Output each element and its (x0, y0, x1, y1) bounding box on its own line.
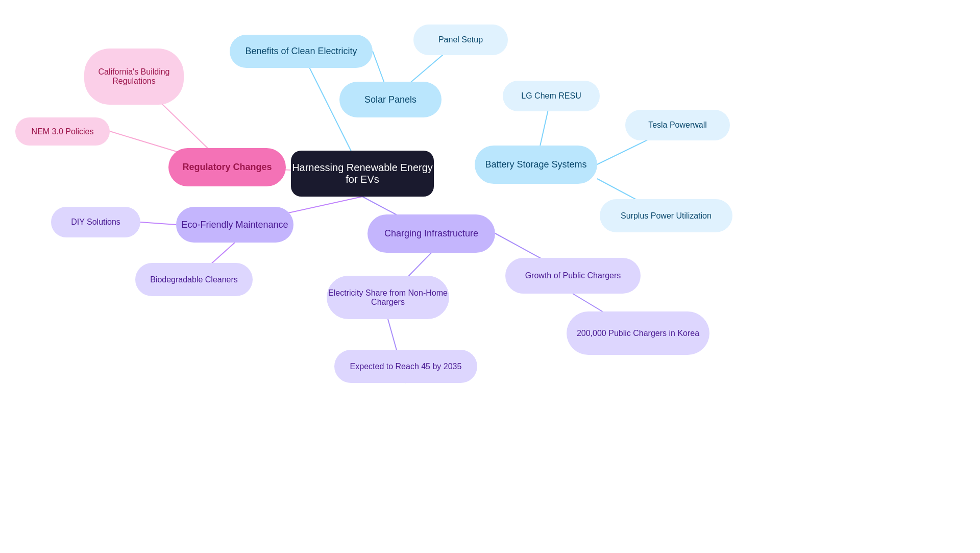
regulatory-changes-node[interactable]: Regulatory Changes (168, 148, 286, 186)
biodegradable-node[interactable]: Biodegradable Cleaners (135, 263, 253, 296)
eco-friendly-node[interactable]: Eco-Friendly Maintenance (176, 207, 293, 243)
expected-reach-node[interactable]: Expected to Reach 45 by 2035 (334, 350, 477, 383)
charging-infrastructure-node[interactable]: Charging Infrastructure (368, 214, 495, 253)
ca-building-node[interactable]: California's Building Regulations (84, 49, 184, 105)
nem-policies-node[interactable]: NEM 3.0 Policies (15, 117, 110, 146)
center-node: Harnessing Renewable Energy for EVs (291, 151, 434, 197)
growth-chargers-node[interactable]: Growth of Public Chargers (505, 258, 641, 294)
solar-panels-node[interactable]: Solar Panels (339, 82, 442, 117)
svg-line-16 (140, 222, 176, 225)
panel-setup-node[interactable]: Panel Setup (413, 25, 508, 55)
lg-chem-node[interactable]: LG Chem RESU (503, 81, 600, 111)
battery-storage-node[interactable]: Battery Storage Systems (475, 146, 597, 184)
tesla-powerwall-node[interactable]: Tesla Powerwall (625, 110, 730, 140)
diy-solutions-node[interactable]: DIY Solutions (51, 207, 140, 237)
200k-chargers-node[interactable]: 200,000 Public Chargers in Korea (567, 311, 709, 355)
electricity-share-node[interactable]: Electricity Share from Non-Home Chargers (327, 276, 449, 319)
benefits-node[interactable]: Benefits of Clean Electricity (230, 35, 373, 68)
surplus-power-node[interactable]: Surplus Power Utilization (600, 199, 732, 232)
